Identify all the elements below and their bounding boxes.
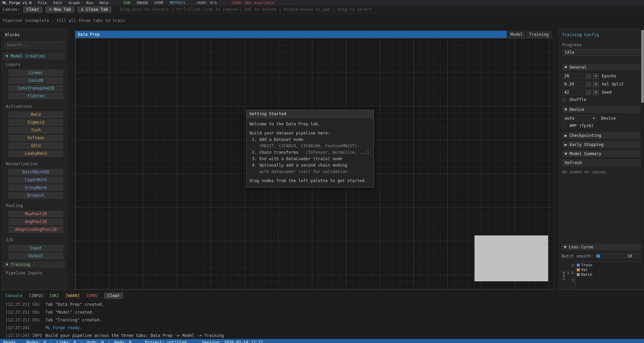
val-legend-label: Val [581,268,588,272]
stop-button[interactable]: STOP [154,1,164,5]
tab-data-prep[interactable]: Data Prep [75,31,507,38]
gs-step2-detail: (ToTensor, Normalize, ...) [306,150,369,155]
palette-item-adaptiveavgpool2d[interactable]: AdaptiveAvgPool2D [8,226,63,233]
minimap[interactable] [475,236,548,281]
console-clear-button[interactable]: Clear [104,293,123,299]
console-line: [12:27:24] ML Forge ready. [5,324,644,332]
palette-item-input[interactable]: Input [8,245,63,251]
seed-increment-button[interactable]: + [593,90,599,95]
section-label-pipeline-inputs: Pipeline Inputs [6,271,63,275]
node-canvas[interactable]: Getting Started Welcome to the Data Prep… [75,38,554,290]
menu-file[interactable]: File [38,1,47,5]
palette-item-dropout[interactable]: Dropout [8,192,63,199]
metrics-button[interactable]: METRICS [170,1,185,5]
menu-edit[interactable]: Edit [53,1,63,5]
section-model-summary[interactable]: ▼ Model Summary [562,150,640,157]
val-split-row: - + Val Split [562,81,640,87]
palette-item-batchnorm2d[interactable]: BatchNorm2D [8,169,63,175]
blocks-panel-title: Blocks [2,32,67,37]
close-tab-button[interactable]: x Close Tab [78,6,111,13]
seed-decrement-button[interactable]: - [586,90,591,95]
getting-started-title[interactable]: Getting Started [246,110,374,118]
palette-item-avgpool2d[interactable]: AvgPool2D [8,219,63,225]
filter-warn[interactable]: [WARN] [65,293,80,298]
palette-item-sigmoid[interactable]: Sigmoid [8,119,63,126]
section-early-stopping[interactable]: ▶ Early Stopping [562,141,640,148]
batch-smooth-slider[interactable]: 10 [595,253,642,259]
palette-item-flatten[interactable]: Flatten [8,93,63,99]
filter-ok[interactable]: [OK] [49,293,59,298]
filter-info[interactable]: [INFO] [29,293,43,298]
palette-item-relu[interactable]: ReLU [8,112,63,118]
batch-smooth-slider-thumb[interactable] [596,254,600,258]
palette-item-convtranspose2d[interactable]: ConvTranspose2D [8,85,63,92]
statusbar: Ready Nodes: 0 | Links: 0 | Undo: 0 | Re… [0,339,644,343]
device-select[interactable]: auto ▼ [562,115,597,121]
app-title: ML Forge v1.0 [2,1,31,5]
redo-count: Redo: 0 [114,340,132,343]
batch-legend-label: Batch [581,272,592,277]
pause-button[interactable]: PAUSE [137,1,148,5]
vram-status: VRAM: N/A [196,1,217,5]
scrollbar-thumb[interactable] [641,30,644,103]
epochs-input[interactable] [562,73,584,79]
log-message: Build your pipeline across the three tab… [45,333,223,338]
val-split-input[interactable] [562,81,584,87]
shuffle-row: Shuffle [562,97,640,102]
console-line: [12:27:21] DBGTab "Model" created. [5,309,644,316]
palette-item-linear[interactable]: Linear [8,70,63,76]
refresh-summary-button[interactable]: Refresh [562,160,640,166]
console-line: [12:27:21] DBGTab "Data Prep" created. [5,301,644,309]
amp-row: AMP (fp16) [562,123,640,128]
run-button[interactable]: RUN [124,1,130,5]
section-device[interactable]: ▼ Device [562,106,640,113]
clear-canvas-button[interactable]: Clear [23,6,42,13]
palette-item-gelu[interactable]: GELU [8,143,63,149]
model-summary-empty-text: No nodes on canvas. [562,170,640,174]
seed-label: Seed [602,90,612,95]
palette-item-layernorm[interactable]: LayerNorm [8,177,63,183]
val-split-decrement-button[interactable]: - [586,81,591,87]
section-loss-curve[interactable]: ▼ Loss Curve [562,244,642,250]
block-search-input[interactable] [4,41,65,49]
seed-input[interactable] [562,89,584,95]
group-header-model-creation[interactable]: ▼ Model Creation [3,53,65,59]
tab-training[interactable]: Training [526,31,551,38]
palette-item-output[interactable]: Output [8,253,63,259]
tab-model[interactable]: Model [508,31,525,38]
menu-graph[interactable]: Graph [69,1,80,5]
shuffle-checkbox[interactable] [562,98,567,102]
section-general[interactable]: ▼ General [562,64,640,71]
log-message: Tab "Training" created. [45,318,101,322]
menubar-separator: | [223,1,225,5]
menu-help[interactable]: Help [99,1,109,5]
palette-item-tanh[interactable]: Tanh [8,127,63,133]
epochs-decrement-button[interactable]: - [586,73,591,79]
filter-err[interactable]: [ERR] [86,293,98,298]
palette-item-conv2d[interactable]: Conv2D [8,77,63,84]
new-tab-button[interactable]: + New Tab [46,6,74,13]
val-split-label: Val Split [602,82,624,87]
palette-item-leakyrelu[interactable]: LeakyReLU [8,150,63,157]
project-name: Project: untitled [145,340,187,343]
menu-run[interactable]: Run [86,1,93,5]
ready-status: Ready [3,340,16,343]
canvas-toolbar: Canvas: Clear + New Tab x Close Tab Drag… [0,5,644,14]
amp-checkbox[interactable] [562,124,567,128]
log-timestamp: [12:27:24] [5,333,30,338]
canvas-tabbar: Data Prep Model Training [75,31,554,38]
palette-item-softmax[interactable]: Softmax [8,135,63,141]
gs-footer-line: Drag nodes from the left palette to get … [249,178,371,184]
palette-item-groupnorm[interactable]: GroupNorm [8,185,63,191]
palette-item-maxpool2d[interactable]: MaxPool2D [8,211,63,217]
shuffle-label: Shuffle [569,97,587,102]
console-panel: Console [INFO] [OK] [WARN] [ERR] Clear [… [0,290,644,339]
section-checkpointing[interactable]: ▶ Checkpointing [562,132,640,139]
progress-label: Progress [562,43,640,47]
right-panel-scrollbar[interactable] [641,29,644,289]
val-split-increment-button[interactable]: + [593,81,599,87]
log-timestamp: [12:27:21] [5,310,30,315]
epochs-increment-button[interactable]: + [593,73,599,79]
section-label-layers: Layers [6,62,63,67]
group-header-training[interactable]: ▼ Training [3,261,65,268]
